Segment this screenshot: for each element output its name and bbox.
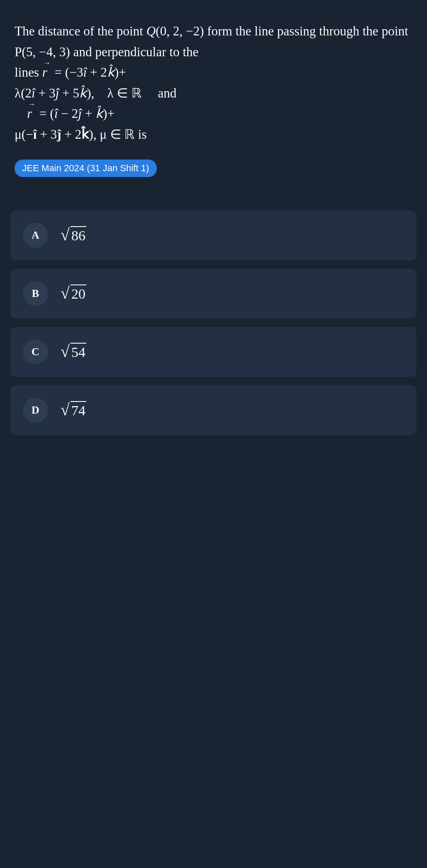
option-a-card[interactable]: A √ 86	[10, 210, 417, 260]
option-c-card[interactable]: C √ 54	[10, 327, 417, 377]
question-intro: The distance of the point Q(0, 2, −2) fo…	[15, 24, 408, 59]
question-container: The distance of the point Q(0, 2, −2) fo…	[10, 12, 417, 194]
question-line1: lines → r = (−3î + 2k̂)+	[15, 65, 126, 80]
option-b-card[interactable]: B √ 20	[10, 269, 417, 319]
option-b-label: B	[23, 281, 48, 306]
option-a-value: √ 86	[60, 226, 86, 244]
question-line2-param: μ(−î + 3ĵ + 2k̂), μ ∈ ℝ is	[15, 127, 147, 142]
option-d-card[interactable]: D √ 74	[10, 385, 417, 435]
option-d-value: √ 74	[60, 401, 86, 419]
question-text: The distance of the point Q(0, 2, −2) fo…	[15, 21, 412, 145]
option-a-label: A	[23, 223, 48, 248]
question-line1-param: λ(2î + 3ĵ + 5k̂), λ ∈ ℝ and	[15, 86, 176, 100]
option-d-label: D	[23, 398, 48, 423]
tag-badge: JEE Main 2024 (31 Jan Shift 1)	[15, 155, 412, 181]
option-c-label: C	[23, 339, 48, 364]
question-line2: → r = (î − 2ĵ + k̂)+	[27, 103, 115, 124]
options-container: A √ 86 B √ 20 C √ 54	[10, 210, 417, 435]
option-c-value: √ 54	[60, 343, 86, 361]
option-b-value: √ 20	[60, 284, 86, 302]
